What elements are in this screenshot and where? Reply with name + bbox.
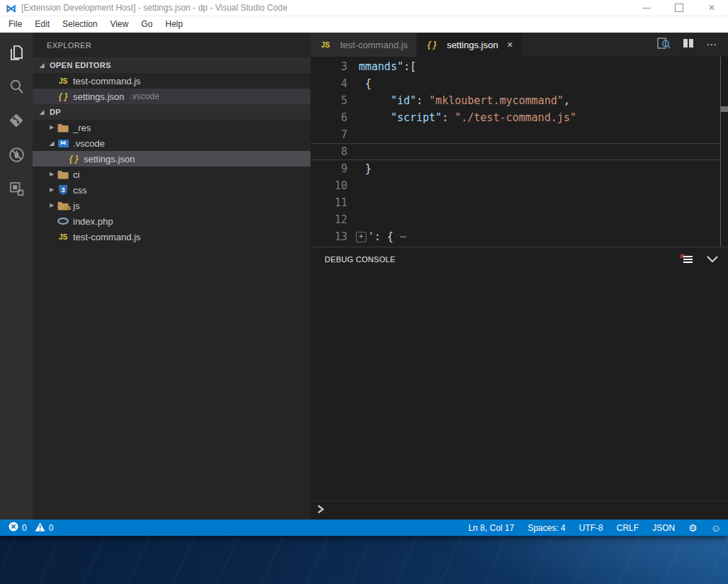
code-line-7[interactable]: 7	[310, 126, 728, 143]
search-icon[interactable]	[0, 69, 33, 103]
code-line-4[interactable]: 4 {	[310, 75, 728, 92]
editor-group: JS test-command.js { } settings.json ✕ ⋯	[310, 33, 728, 520]
tree-item-index-php[interactable]: index.php	[33, 213, 310, 229]
tree-item-ci[interactable]: ▶ ci	[33, 167, 310, 182]
code-line-12[interactable]: 12	[310, 211, 728, 228]
source-control-icon[interactable]	[0, 103, 33, 137]
folder-dp-header[interactable]: ◢ DP	[33, 104, 310, 120]
tab-test-command-js[interactable]: JS test-command.js	[310, 33, 417, 57]
feedback-gear-icon[interactable]: ⚙	[688, 523, 698, 533]
line-number: 10	[310, 177, 347, 194]
open-editor-item-test-command[interactable]: JS test-command.js	[33, 73, 310, 89]
problems-indicator[interactable]: 0 0	[9, 522, 53, 534]
desktop-wallpaper: ⋈ [Extension Development Host] - setting…	[0, 0, 728, 584]
line-number: 4	[310, 75, 347, 92]
line-number: 6	[310, 109, 347, 126]
clear-console-icon[interactable]: ✕	[681, 255, 693, 264]
warning-icon	[35, 522, 45, 534]
indentation-indicator[interactable]: Spaces: 4	[527, 523, 565, 533]
tab-label: settings.json	[447, 40, 498, 50]
explorer-icon[interactable]	[0, 35, 33, 69]
open-editor-label: settings.json	[73, 91, 124, 102]
extensions-icon[interactable]	[0, 172, 33, 206]
line-number: 11	[310, 194, 347, 211]
debug-console-input[interactable]	[310, 500, 728, 520]
tree-item-js[interactable]: ▶ JS js	[33, 198, 310, 213]
panel-header: DEBUG CONSOLE ✕	[310, 247, 728, 271]
json-file-icon: { }	[425, 40, 438, 50]
tree-item-test-command-js[interactable]: JS test-command.js	[33, 229, 310, 245]
close-button[interactable]: ✕	[695, 0, 728, 16]
eol-indicator[interactable]: CRLF	[617, 523, 639, 533]
code-line-9[interactable]: 9 }	[310, 160, 728, 177]
scrollbar-thumb[interactable]	[721, 106, 728, 112]
line-number: 12	[310, 211, 347, 228]
split-editor-icon[interactable]	[683, 38, 694, 51]
cursor-position-indicator[interactable]: Ln 8, Col 17	[469, 523, 515, 533]
collapse-panel-icon[interactable]	[707, 253, 718, 266]
more-actions-icon[interactable]: ⋯	[706, 41, 717, 48]
panel-tab-debug-console[interactable]: DEBUG CONSOLE	[325, 255, 396, 264]
code-line-11[interactable]: 11	[310, 194, 728, 211]
open-preview-icon[interactable]	[657, 38, 671, 52]
code-line-6[interactable]: 6 "script": "./test-command.js"	[310, 109, 728, 126]
menu-item-view[interactable]: View	[103, 16, 135, 33]
debug-console-output[interactable]	[310, 271, 728, 500]
php-file-icon	[57, 218, 69, 225]
chevron-collapsed-icon: ▶	[47, 125, 57, 130]
tree-item-label: settings.json	[84, 154, 135, 164]
repl-prompt-icon	[317, 504, 325, 517]
code-line-13[interactable]: 13+': { ⋯	[310, 228, 728, 245]
line-number: 8	[310, 143, 347, 160]
chevron-collapsed-icon: ▶	[47, 203, 57, 208]
tree-item-vscode[interactable]: ◢ ⋈ .vscode	[33, 135, 310, 151]
line-number: 5	[310, 92, 347, 109]
code-line-8-current[interactable]: 8	[310, 143, 728, 160]
menu-item-selection[interactable]: Selection	[56, 16, 103, 33]
error-count: 0	[22, 523, 27, 533]
tree-item-settings-json[interactable]: { } settings.json	[33, 151, 310, 167]
maximize-button[interactable]	[663, 0, 695, 16]
maximize-icon	[675, 4, 683, 12]
language-mode-indicator[interactable]: JSON	[652, 523, 675, 533]
status-bar: 0 0 Ln 8, Col 17 Spaces: 4 UTF-8 CRLF JS…	[0, 520, 728, 536]
editor-scrollbar[interactable]	[720, 57, 728, 247]
editor-actions: ⋯	[657, 33, 728, 57]
js-file-icon: JS	[319, 41, 332, 49]
line-number: 7	[310, 126, 347, 143]
code-line-5[interactable]: 5 "id": "mkloubert.mycommand",	[310, 92, 728, 109]
tree-item-label: .vscode	[73, 138, 105, 149]
debug-console-panel: DEBUG CONSOLE ✕	[310, 247, 728, 520]
folded-region-ellipsis[interactable]: ⋯	[393, 228, 406, 245]
close-tab-icon[interactable]: ✕	[507, 40, 513, 50]
open-editors-header[interactable]: ◢ OPEN EDITORS	[33, 57, 310, 73]
open-editor-item-settings-json[interactable]: { } settings.json .vscode	[33, 89, 310, 104]
menu-item-help[interactable]: Help	[159, 16, 189, 33]
menu-item-file[interactable]: File	[2, 16, 28, 33]
menu-item-edit[interactable]: Edit	[28, 16, 56, 33]
title-bar: ⋈ [Extension Development Host] - setting…	[0, 0, 728, 16]
encoding-indicator[interactable]: UTF-8	[579, 523, 603, 533]
code-line-3[interactable]: 3mmands":[	[310, 58, 728, 75]
tree-item-css[interactable]: ▶ 3 css	[33, 182, 310, 198]
debug-icon[interactable]	[0, 137, 33, 172]
workbench: EXPLORER ◢ OPEN EDITORS JS test-command.…	[0, 33, 728, 520]
tree-item-res[interactable]: ▶ _res	[33, 120, 310, 135]
tree-item-label: index.php	[73, 216, 113, 227]
code-line-10[interactable]: 10	[310, 177, 728, 194]
fold-expand-icon[interactable]: +	[356, 232, 366, 242]
tab-settings-json[interactable]: { } settings.json ✕	[417, 33, 522, 57]
panel-actions: ✕	[681, 253, 718, 266]
vscode-window: ⋈ [Extension Development Host] - setting…	[0, 0, 728, 536]
menu-item-go[interactable]: Go	[135, 16, 159, 33]
warning-count: 0	[49, 523, 54, 533]
smiley-feedback-icon[interactable]: ☺	[711, 523, 721, 533]
status-bar-right: Ln 8, Col 17 Spaces: 4 UTF-8 CRLF JSON ⚙…	[455, 523, 721, 533]
json-file-icon: { }	[57, 91, 69, 101]
line-number: 3	[310, 58, 347, 75]
code-editor: 3mmands":[ 4 { 5 "id": "mkloubert.mycomm…	[310, 57, 728, 247]
activity-bar	[0, 33, 33, 520]
js-folder-icon: JS	[57, 201, 69, 210]
css3-icon: 3	[57, 185, 69, 195]
minimize-button[interactable]: ―	[630, 0, 663, 16]
